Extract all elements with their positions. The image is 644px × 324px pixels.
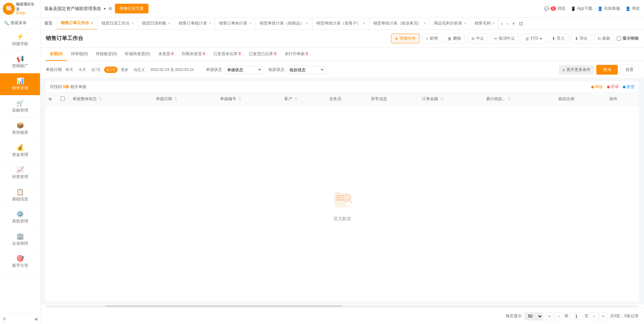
query-button[interactable]: 查询: [596, 65, 618, 75]
sidebar-item-sales[interactable]: 📊 销售管理: [0, 73, 40, 95]
subtab-expired-not-shipped[interactable]: 到期未发货 0: [178, 48, 209, 61]
prev-page-btn[interactable]: ‹: [555, 312, 563, 320]
sidebar-item-newbie[interactable]: 🎯 新手引导: [0, 251, 40, 273]
date-btn-custom[interactable]: 自定义: [132, 67, 147, 73]
tab-sales-workbench[interactable]: 销售订单工作台 ×: [57, 17, 97, 30]
subtab-shipped-out[interactable]: 已发货已出库 0: [245, 48, 281, 61]
select-all-checkbox[interactable]: [60, 96, 65, 101]
sort-icon[interactable]: ⇅: [99, 96, 102, 101]
horizontal-scrollbar[interactable]: [40, 304, 644, 308]
app-download-btn[interactable]: 📱 App下载: [571, 6, 592, 11]
expand-filter-button[interactable]: ∨ 展开更多条件: [559, 65, 594, 74]
sidebar-item-finance[interactable]: 💰 资金管理: [0, 140, 40, 162]
sidebar-item-system[interactable]: ⚙️ 系统管理: [0, 206, 40, 229]
next-page-btn[interactable]: ›: [590, 312, 598, 320]
tab-sales-summary-product[interactable]: 销货单统计表（按商品） ×: [256, 17, 312, 30]
online-service-btn[interactable]: 👤 在线客服: [598, 6, 620, 11]
tab-sales-summary-staff[interactable]: 销货单统计表（按业务员） ×: [369, 17, 430, 30]
industry-solution-button[interactable]: 体验行业方案: [115, 4, 148, 13]
tab-sales-summary-customer[interactable]: 销货单统计表（按客户） ×: [312, 17, 369, 30]
tab-close-icon[interactable]: ×: [249, 22, 251, 25]
tab-close-icon[interactable]: ×: [168, 22, 170, 25]
sidebar-item-enterprise[interactable]: 🏢 企业协同: [0, 229, 40, 251]
tab-close-icon[interactable]: ×: [306, 22, 308, 25]
show-detail-label[interactable]: 显示明细: [617, 36, 639, 41]
scroll-thumb[interactable]: [105, 305, 342, 307]
date-btn-7days[interactable]: 近7天: [89, 67, 103, 73]
tab-nav-next[interactable]: ›: [505, 17, 510, 30]
status-select[interactable]: 单据状态: [224, 66, 264, 74]
tab-close-icon[interactable]: ×: [464, 22, 466, 25]
tab-close-icon[interactable]: ×: [493, 22, 495, 25]
tab-close-icon[interactable]: ×: [132, 22, 134, 25]
user-menu-btn[interactable]: 👤 用友: [626, 6, 640, 11]
sidebar-item-marketing[interactable]: 📢 营销推广: [0, 51, 40, 73]
topbar-gear-icon[interactable]: ⚙: [109, 6, 112, 11]
filter-setting-button[interactable]: 设置: [620, 65, 639, 75]
tab-nav-prev[interactable]: ‹: [499, 17, 505, 30]
tab-close-icon[interactable]: ×: [209, 22, 211, 25]
collapse-icon[interactable]: ◀: [34, 317, 37, 321]
tab-sales-stats[interactable]: 销售订单统计表 ×: [175, 17, 215, 30]
refresh-button[interactable]: ↻ 刷新: [594, 34, 614, 43]
tab-cash-reconcile[interactable]: 钱货日清对账 ×: [138, 17, 175, 30]
cancel-audit-button[interactable]: 弃审: [607, 84, 619, 90]
cancel-stop-button[interactable]: ↩ 取消中止: [490, 34, 519, 43]
table-area: 共找到 0条 相关单据 审核 弃审 发货: [46, 81, 639, 301]
sort-icon[interactable]: ⇅: [238, 96, 242, 101]
page-actions: ★ 智能生单 + 新增 🗑 删除 ⊘ 中止 ↩ 取消中止: [391, 34, 639, 43]
stop-button[interactable]: ⊘ 中止: [468, 34, 488, 43]
subtab-pending-audit[interactable]: 待审核(0): [67, 48, 92, 61]
payment-select[interactable]: 收款状态: [287, 66, 327, 74]
show-detail-checkbox[interactable]: [617, 36, 621, 41]
table-settings-icon[interactable]: ⚙: [48, 97, 52, 102]
subtab-not-shipped[interactable]: 未发货 0: [154, 48, 178, 61]
sidebar-item-basic-info[interactable]: 📋 基础信息: [0, 184, 40, 206]
message-btn[interactable]: 💬 6 消息: [544, 6, 565, 11]
add-button[interactable]: + 新增: [422, 34, 441, 43]
star-icon: ★: [395, 36, 398, 41]
date-btn-today[interactable]: 今天: [77, 67, 88, 73]
tab-close-all[interactable]: ×: [510, 17, 517, 30]
export-button[interactable]: ⬇ 导出: [571, 34, 591, 43]
tab-expand[interactable]: ⊡: [517, 17, 525, 30]
date-btn-more[interactable]: 更多: [119, 67, 130, 73]
sidebar-item-search[interactable]: 🔍 搜索菜单: [0, 17, 40, 29]
last-page-btn[interactable]: »: [599, 312, 607, 320]
per-page-label: 每页显示: [506, 313, 522, 319]
delete-button[interactable]: 🗑 删除: [444, 34, 465, 43]
subtab-not-printed[interactable]: 未打印单据 0: [281, 48, 312, 61]
date-btn-1month[interactable]: 近1月: [104, 67, 118, 73]
tab-gross-margin[interactable]: 商品毛利分析表 ×: [430, 17, 471, 30]
subtab-all[interactable]: 全部(0): [46, 48, 67, 61]
tab-sales-gross[interactable]: 销售毛利 ×: [471, 17, 499, 30]
tab-sales-exec[interactable]: 销售订单执行表 ×: [215, 17, 256, 30]
page-number-input[interactable]: [570, 313, 583, 320]
sidebar-item-quick-nav[interactable]: ⚡ 快捷导航: [0, 29, 40, 51]
sort-icon[interactable]: ⇅: [440, 96, 443, 101]
tab-cash-daily[interactable]: 钱货日清工作台 ×: [97, 17, 138, 30]
audit-button[interactable]: 审核: [591, 84, 603, 90]
tab-close-icon[interactable]: ×: [363, 22, 365, 25]
date-btn-yesterday[interactable]: 昨天: [64, 67, 75, 73]
system-dropdown[interactable]: ▾: [104, 6, 106, 11]
sidebar-item-inventory[interactable]: 📦 库存核算: [0, 118, 40, 140]
sidebar-item-operations[interactable]: 📈 经营管理: [0, 162, 40, 184]
import-button[interactable]: ⬆ 导入: [548, 34, 568, 43]
print-button[interactable]: 🖨 打印 ▾: [521, 34, 546, 43]
subtab-shipped-not-out[interactable]: 已发货未出库 0: [209, 48, 245, 61]
subtab-pending-check[interactable]: 待拣验货(0): [92, 48, 121, 61]
sort-icon[interactable]: ⇅: [294, 96, 298, 101]
tab-home[interactable]: 首页: [40, 17, 57, 30]
per-page-select[interactable]: 50 100 200: [524, 312, 543, 320]
settings-icon[interactable]: ⚙: [3, 317, 6, 321]
sidebar-item-purchase[interactable]: 🛒 采购管理: [0, 95, 40, 118]
sort-icon[interactable]: ⇅: [174, 96, 177, 101]
sort-icon[interactable]: ⇅: [508, 96, 511, 101]
smart-create-button[interactable]: ★ 智能生单: [391, 34, 420, 43]
tab-close-icon[interactable]: ×: [91, 21, 93, 25]
ship-button[interactable]: 发货: [623, 84, 635, 90]
subtab-wangpu[interactable]: 旺铺待发货(0): [121, 48, 154, 61]
tab-close-icon[interactable]: ×: [424, 22, 426, 25]
first-page-btn[interactable]: «: [546, 312, 554, 320]
